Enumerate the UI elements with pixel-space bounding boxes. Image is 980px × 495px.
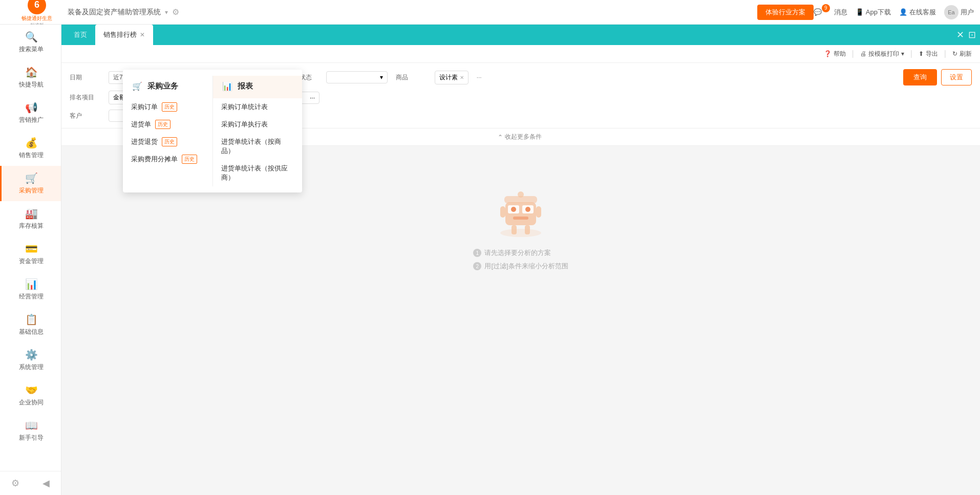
sidebar-item-guide[interactable]: 📖 新手引导 [0,413,61,448]
sidebar-item-search[interactable]: 🔍 搜索菜单 [0,25,61,60]
date-label: 日期 [70,73,100,82]
print-btn[interactable]: 🖨 按模板打印 ▾ [860,50,904,58]
purchase-receipt-hist: 历史 [155,120,171,129]
tip-num-1: 1 [473,249,481,257]
svg-point-0 [500,229,541,237]
collapse-up-icon: ⌃ [498,134,503,141]
help-icon: ❓ [824,50,832,57]
report-order-exec-item[interactable]: 采购订单执行表 [213,116,303,133]
basic-icon: 📋 [25,313,38,326]
sidebar-item-operation[interactable]: 📊 经营管理 [0,272,61,307]
tab-sales-rank[interactable]: 销售排行榜 ✕ [95,25,153,45]
tab-window-maximize-icon[interactable]: ⊡ [968,29,976,40]
purchase-order-item[interactable]: 采购订单 历史 [123,98,212,116]
online-service-label: 在线客服 [909,8,936,17]
purchase-return-hist: 历史 [162,137,177,146]
toolbar-divider1: | [852,49,854,58]
purchase-order-hist: 历史 [162,102,177,112]
sidebar-item-inventory[interactable]: 🏭 库存核算 [0,201,61,236]
svg-rect-9 [512,225,517,234]
sidebar-item-quick[interactable]: 🏠 快捷导航 [0,60,61,95]
title-gear-icon[interactable]: ⚙ [172,7,179,17]
empty-tip-1: 1 请先选择要分析的方案 [473,248,568,257]
sidebar-label-system: 系统管理 [19,363,44,372]
report-receipt-goods-item[interactable]: 进货单统计表（按商品） [213,133,303,160]
message-badge: 9 [822,4,830,12]
export-btn[interactable]: ⬆ 导出 [919,50,938,58]
goods-tag-close-icon[interactable]: ✕ [460,75,464,80]
sidebar-item-marketing[interactable]: 📢 营销推广 [0,95,61,131]
tab-window-close-icon[interactable]: ✕ [956,29,964,40]
app-download-btn[interactable]: 📱 App下载 [856,8,891,17]
message-icon: 💬 [814,8,822,16]
sales-icon: 💰 [25,137,38,149]
online-service-btn[interactable]: 👤 在线客服 [899,8,936,17]
industry-button[interactable]: 体验行业方案 [757,5,814,20]
sidebar-item-purchase[interactable]: 🛒 采购管理 [0,166,61,201]
toolbar-divider2: | [910,49,912,58]
svg-point-4 [511,207,516,212]
system-icon: ⚙️ [25,349,38,361]
logo-label: 畅捷通好生意 [22,15,52,22]
title-dropdown-icon[interactable]: ▾ [165,9,168,16]
purchase-return-item[interactable]: 进货退货 历史 [123,133,212,150]
purchase-col-icon: 🛒 [131,80,143,92]
set-button[interactable]: 设置 [941,69,972,85]
purchase-expense-hist: 历史 [182,155,197,164]
sidebar-item-sales[interactable]: 💰 销售管理 [0,131,61,166]
sidebar: 🔍 搜索菜单 🏠 快捷导航 📢 营销推广 💰 销售管理 🛒 采购管理 🏭 库存核… [0,25,61,495]
print-icon: 🖨 [860,50,866,57]
help-btn[interactable]: ❓ 帮助 [824,50,846,58]
sidebar-label-basic: 基础信息 [19,328,44,336]
message-btn[interactable]: 💬 9 消息 [814,8,847,17]
purchase-receipt-item[interactable]: 进货单 历史 [123,116,212,133]
app-download-label: App下载 [866,8,891,17]
sidebar-item-capital[interactable]: 💳 资金管理 [0,236,61,272]
tab-sales-rank-label: 销售排行榜 [103,30,137,39]
query-button[interactable]: 查询 [903,69,937,85]
logo-char: 6 [34,0,39,10]
search-icon: 🔍 [25,31,38,43]
inventory-icon: 🏭 [25,207,38,220]
goods-tag[interactable]: 设计素 ✕ [435,71,468,84]
tab-bar: 首页 销售排行榜 ✕ ✕ ⊡ [61,25,980,45]
report-col-icon: 📊 [221,80,233,92]
doc-status-select[interactable]: ▾ [326,71,388,83]
sidebar-collapse-icon[interactable]: ◀ [42,478,50,489]
sidebar-item-system[interactable]: ⚙️ 系统管理 [0,342,61,378]
print-dropdown-icon: ▾ [901,50,904,57]
sidebar-item-basic[interactable]: 📋 基础信息 [0,307,61,342]
sidebar-settings-icon[interactable]: ⚙ [11,478,19,489]
purchase-col-title: 采购业务 [147,81,178,91]
tab-close-icon[interactable]: ✕ [140,31,145,38]
report-receipt-supplier-item[interactable]: 进货单统计表（按供应商） [213,160,303,186]
sidebar-item-enterprise[interactable]: 🤝 企业协同 [0,378,61,413]
sidebar-label-operation: 经营管理 [19,292,44,301]
tab-home[interactable]: 首页 [66,25,95,45]
purchase-icon: 🛒 [25,172,38,184]
goods-tag-value: 设计素 [439,73,458,82]
report-order-stat-item[interactable]: 采购订单统计表 [213,98,303,116]
report-col-title: 报表 [238,81,253,91]
refresh-btn[interactable]: ↻ 刷新 [952,50,972,58]
purchase-col-header: 🛒 采购业务 [123,76,212,98]
user-btn[interactable]: Ea 用户 [944,5,974,19]
topbar: 6 畅捷通好生意 标准版 装备及固定资产辅助管理系统 ▾ ⚙ 体验行业方案 💬 … [0,0,980,25]
goods-more[interactable]: ··· [477,74,482,81]
sidebar-label-search: 搜索菜单 [19,45,44,54]
svg-point-5 [525,207,530,212]
empty-tips-list: 1 请先选择要分析的方案 2 用[过滤]条件来缩小分析范围 [473,248,568,275]
tip-text-2: 用[过滤]条件来缩小分析范围 [484,262,568,271]
tip-num-2: 2 [473,262,481,270]
report-col: 📊 报表 采购订单统计表 采购订单执行表 进货单统计表（按商品） 进货单统计表（… [213,70,303,192]
sidebar-label-guide: 新手引导 [19,434,44,442]
refresh-icon: ↻ [952,50,957,57]
tab-home-label: 首页 [74,30,87,39]
report-receipt-supplier-label: 进货单统计表（按供应商） [221,164,294,182]
salesman-more: ··· [310,94,315,101]
purchase-expense-item[interactable]: 采购费用分摊单 历史 [123,150,212,168]
online-service-icon: 👤 [899,8,907,16]
rank-label: 排名项目 [70,93,100,102]
enterprise-icon: 🤝 [25,384,38,396]
print-label: 按模板打印 [868,50,899,58]
